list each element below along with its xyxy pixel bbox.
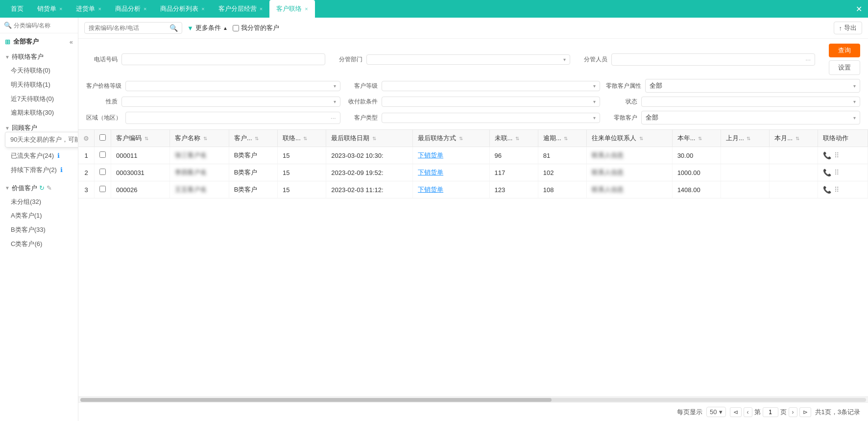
zero-customer-select[interactable]: 全部 ▾ (641, 111, 860, 124)
sidebar-item-overdue-contact[interactable]: 逾期未联络(30) (0, 106, 78, 120)
close-icon[interactable]: × (201, 6, 204, 12)
tab-home[interactable]: 首页 (4, 0, 30, 18)
zero-attr-select[interactable]: 全部 ▾ (645, 79, 860, 93)
filter-icon: ▼ (187, 25, 193, 32)
search-submit-icon[interactable]: 🔍 (169, 24, 178, 32)
sidebar-item-7days-pending[interactable]: 近7天待联络(0) (0, 92, 78, 106)
sort-icon[interactable]: ⇅ (459, 136, 463, 141)
th-no-contact: 未联... ⇅ (489, 130, 538, 147)
gender-select[interactable]: ▾ (121, 97, 340, 107)
more-action-icon[interactable]: ⠿ (834, 186, 839, 194)
sidebar-item-today-pending[interactable]: 今天待联络(0) (0, 64, 78, 78)
status-select[interactable]: ▾ (641, 97, 860, 107)
last-page-button[interactable]: ⊳ (799, 407, 811, 417)
tab-analysis[interactable]: 商品分析 × (108, 0, 153, 18)
sidebar-item-declining[interactable]: 持续下滑客户(2) ℹ (0, 163, 78, 177)
customer-level-select[interactable]: ▾ (382, 81, 601, 91)
close-icon[interactable]: × (144, 6, 146, 12)
horizontal-scrollbar[interactable] (78, 396, 868, 402)
dept-select[interactable]: ▾ (366, 54, 570, 65)
export-button[interactable]: ↑ 导出 (834, 22, 863, 34)
contact-method-link[interactable]: 下销货单 (418, 186, 443, 193)
setting-button[interactable]: 设置 (829, 60, 860, 75)
more-conditions-btn[interactable]: ▼ 更多条件 ▲ (187, 24, 228, 32)
more-action-icon[interactable]: ⠿ (834, 151, 839, 159)
tab-customer-tier[interactable]: 客户分层经营 × (212, 0, 269, 18)
page-number-input[interactable] (763, 407, 778, 417)
close-icon[interactable]: × (260, 6, 263, 12)
sort-icon[interactable]: ⇅ (303, 136, 307, 141)
prev-page-button[interactable]: ‹ (744, 407, 752, 417)
row-checkbox-cell[interactable] (95, 164, 111, 181)
my-customers-filter[interactable]: 我分管的客户 (233, 24, 279, 32)
sort-icon[interactable]: ⇅ (747, 136, 750, 141)
row-checkbox[interactable] (99, 169, 106, 175)
sidebar-group-value-title[interactable]: ▼ 价值客户 ↻ ✎ (0, 181, 78, 195)
price-level-select[interactable]: ▾ (125, 81, 340, 91)
tab-sales[interactable]: 销货单 × (30, 0, 69, 18)
phone-input[interactable] (121, 53, 325, 65)
chevron-down-icon: ▾ (563, 57, 566, 62)
manager-select[interactable]: ··· (611, 53, 815, 66)
edit-icon[interactable]: ✎ (47, 184, 52, 192)
row-checkbox[interactable] (99, 186, 106, 192)
row-checkbox[interactable] (99, 151, 106, 158)
last-contact-method[interactable]: 下销货单 (413, 147, 489, 164)
sort-icon[interactable]: ⇅ (203, 136, 207, 141)
gear-icon[interactable]: ⚙ (83, 135, 89, 142)
phone-action-icon[interactable]: 📞 (823, 186, 831, 194)
my-customers-checkbox[interactable] (233, 25, 239, 31)
first-page-button[interactable]: ⊲ (730, 407, 742, 417)
sidebar-item-tomorrow-pending[interactable]: 明天待联络(1) (0, 78, 78, 92)
query-button[interactable]: 查询 (829, 44, 860, 57)
tab-analysis-list[interactable]: 商品分析列表 × (153, 0, 211, 18)
tab-customer-connect[interactable]: 客户联络 × (269, 0, 314, 18)
select-all-checkbox[interactable] (99, 134, 106, 141)
contact-method-link[interactable]: 下销货单 (418, 169, 443, 176)
sort-icon[interactable]: ⇅ (515, 136, 519, 141)
last-contact-method[interactable]: 下销货单 (413, 164, 489, 181)
sort-icon[interactable]: ⇅ (372, 136, 376, 141)
sort-icon[interactable]: ⇅ (255, 136, 259, 141)
sidebar-item-class-b[interactable]: B类客户(33) (0, 223, 78, 237)
refresh-icon[interactable]: ↻ (39, 184, 45, 192)
sort-icon[interactable]: ⇅ (639, 136, 643, 141)
filter-zero-customer: 零散客户 全部 ▾ (606, 111, 860, 124)
row-checkbox-cell[interactable] (95, 147, 111, 164)
last-contact-method[interactable]: 下销货单 (413, 181, 489, 198)
table-row: 1 000011 张三客户名 B类客户 15 2023-03-02 10:30:… (78, 147, 868, 164)
sidebar-item-class-c[interactable]: C类客户(6) (0, 237, 78, 251)
payment-select[interactable]: ▾ (382, 97, 601, 107)
scroll-thumb[interactable] (80, 398, 552, 402)
close-icon[interactable]: × (98, 6, 101, 12)
phone-action-icon[interactable]: 📞 (823, 151, 831, 159)
more-action-icon[interactable]: ⠿ (834, 169, 839, 176)
close-icon[interactable]: × (59, 6, 62, 12)
phone-action-icon[interactable]: 📞 (823, 169, 831, 176)
sort-icon[interactable]: ⇅ (564, 136, 568, 141)
next-page-button[interactable]: › (789, 407, 797, 417)
sort-icon[interactable]: ⇅ (145, 136, 148, 141)
more-icon[interactable]: ··· (805, 56, 811, 63)
main-search-input[interactable] (89, 25, 169, 31)
sidebar-item-ungrouped[interactable]: 未分组(32) (0, 195, 78, 209)
tab-purchase[interactable]: 进货单 × (69, 0, 108, 18)
sort-icon[interactable]: ⇅ (698, 136, 702, 141)
more-icon[interactable]: ··· (331, 114, 336, 122)
th-checkbox[interactable] (95, 130, 111, 147)
sidebar-item-class-a[interactable]: A类客户(1) (0, 209, 78, 223)
sidebar-group-pending-title[interactable]: ▼ 待联络客户 (0, 50, 78, 64)
customer-type-select[interactable]: ▾ (382, 113, 601, 123)
close-all-tabs-icon[interactable]: ✕ (856, 4, 862, 14)
customer-name: 王五客户名 (170, 181, 229, 198)
area-select[interactable]: ··· (125, 112, 340, 124)
th-settings[interactable]: ⚙ (78, 130, 95, 147)
per-page-select[interactable]: 50 ▾ (706, 407, 725, 417)
contact-method-link[interactable]: 下销货单 (418, 151, 443, 159)
category-search-input[interactable] (14, 22, 78, 29)
collapse-icon[interactable]: « (70, 38, 73, 46)
row-checkbox-cell[interactable] (95, 181, 111, 198)
sort-icon[interactable]: ⇅ (796, 136, 799, 141)
close-icon[interactable]: × (305, 6, 308, 12)
sidebar-item-already-lost[interactable]: 已流失客户(24) ℹ (0, 149, 78, 163)
